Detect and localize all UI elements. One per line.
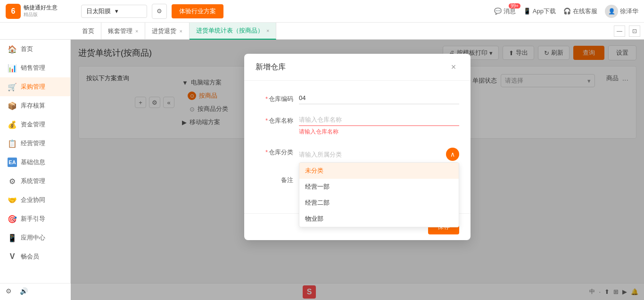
- form-row-category: 仓库分类 ∧ 未分类: [256, 145, 459, 164]
- enterprise-icon: 🤝: [8, 195, 17, 205]
- dropdown-item-dept1[interactable]: 经营一部: [299, 179, 459, 195]
- dialog-close-button[interactable]: ×: [448, 61, 459, 73]
- guide-icon: 🎯: [8, 214, 17, 224]
- header-right: 💬 消息 99+ 📱 App下载 🎧 在线客服 👤 徐泽华: [494, 5, 638, 18]
- main-layout: 🏠 首页 📊 销售管理 🛒 采购管理 📦 库存核算 💰 资金管理 📋 经营管理 …: [0, 40, 644, 300]
- tab-minimize-button[interactable]: —: [614, 25, 625, 37]
- home-icon: 🏠: [8, 44, 17, 54]
- tab-purchase-stat[interactable]: 进货单统计表（按商品） ×: [190, 23, 276, 40]
- sidebar-item-apps[interactable]: 📱 应用中心: [0, 228, 70, 247]
- system-icon: ⚙: [8, 176, 17, 186]
- category-label: 仓库分类: [256, 145, 293, 157]
- tab-close-purchase-stat[interactable]: ×: [266, 28, 269, 33]
- page-content: 进货单统计(按商品) 🖨 按模板打印 ▾ ⬆ 导出 ↻ 刷新 查询 设置: [71, 40, 644, 300]
- operations-icon: 📋: [8, 139, 17, 148]
- category-dropdown: 未分类 经营一部 经营二部 物业部: [299, 162, 459, 227]
- logo-icon: 6: [6, 4, 21, 19]
- gear-icon: ⚙: [157, 8, 162, 15]
- store-selector[interactable]: 日太阳膜 ▾: [81, 5, 147, 18]
- sidebar-item-finance[interactable]: 💰 资金管理: [0, 115, 70, 134]
- sidebar-item-sales[interactable]: 📊 销售管理: [0, 58, 70, 77]
- dialog-header: 新增仓库 ×: [244, 54, 471, 81]
- sidebar-item-home[interactable]: 🏠 首页: [0, 40, 70, 58]
- basic-info-icon: EA: [8, 158, 17, 167]
- sidebar-item-vip[interactable]: V 畅会员: [0, 247, 70, 266]
- category-input[interactable]: [299, 151, 446, 158]
- settings-button[interactable]: ⚙: [152, 4, 167, 19]
- name-error-msg: 请输入仓库名称: [299, 128, 459, 136]
- apps-icon: 📱: [8, 233, 17, 242]
- name-field-wrap: 请输入仓库名称: [299, 114, 459, 136]
- close-icon: ×: [451, 62, 456, 72]
- avatar: 👤: [605, 5, 618, 18]
- name-label: 仓库名称: [256, 114, 293, 125]
- form-row-name: 仓库名称 请输入仓库名称: [256, 114, 459, 136]
- volume-icon[interactable]: 🔊: [20, 287, 29, 297]
- logo-text: 畅捷通好生意: [24, 4, 58, 12]
- tab-close-accounts[interactable]: ×: [135, 28, 138, 34]
- dropdown-item-dept2[interactable]: 经营二部: [299, 195, 459, 211]
- tab-purchase-return[interactable]: 进货退货 ×: [145, 23, 189, 40]
- sidebar-item-operations[interactable]: 📋 经营管理: [0, 134, 70, 153]
- sidebar-item-purchase[interactable]: 🛒 采购管理: [0, 77, 70, 96]
- dropdown-item-unclassified[interactable]: 未分类: [299, 163, 459, 179]
- sidebar-item-inventory[interactable]: 📦 库存核算: [0, 96, 70, 115]
- logo-sub: 精品版: [24, 11, 58, 18]
- new-warehouse-dialog: 新增仓库 × 仓库编码 仓库名称: [244, 54, 471, 240]
- tab-expand-button[interactable]: ⊡: [629, 25, 640, 37]
- dropdown-item-dept3[interactable]: 物业部: [299, 211, 459, 227]
- user-area[interactable]: 👤 徐泽华: [605, 5, 638, 18]
- tab-bar-right: — ⊡: [614, 25, 644, 37]
- logo-area: 6 畅捷通好生意 精品版: [6, 4, 76, 19]
- tab-bar: 首页 账套管理 × 进货退货 × 进货单统计表（按商品） × — ⊡: [0, 23, 644, 40]
- dialog-body: 仓库编码 仓库名称 请输入仓库名称 仓库分类: [244, 81, 471, 213]
- app-download-button[interactable]: 📱 App下载: [523, 7, 556, 16]
- sidebar: 🏠 首页 📊 销售管理 🛒 采购管理 📦 库存核算 💰 资金管理 📋 经营管理 …: [0, 40, 71, 300]
- dialog-title: 新增仓库: [256, 62, 286, 72]
- top-header: 6 畅捷通好生意 精品版 日太阳膜 ▾ ⚙ 体验行业方案 💬 消息 99+ 📱 …: [0, 0, 644, 23]
- sidebar-item-system[interactable]: ⚙ 系统管理: [0, 172, 70, 191]
- sidebar-item-basic-info[interactable]: EA 基础信息: [0, 153, 70, 172]
- purchase-icon: 🛒: [8, 82, 17, 92]
- message-badge: 99+: [509, 3, 520, 8]
- headphone-icon: 🎧: [563, 8, 571, 15]
- category-selector-wrap: ∧ 未分类 经营一部 经营二部: [299, 145, 459, 164]
- bottom-left-icons: ⚙ 🔊: [6, 287, 29, 297]
- modal-overlay: 新增仓库 × 仓库编码 仓库名称: [71, 40, 644, 300]
- form-row-code: 仓库编码: [256, 92, 459, 104]
- finance-icon: 💰: [8, 120, 17, 129]
- message-button[interactable]: 💬 消息 99+: [494, 7, 516, 16]
- sidebar-item-guide[interactable]: 🎯 新手引导: [0, 209, 70, 228]
- tab-accounts[interactable]: 账套管理 ×: [101, 23, 145, 40]
- sidebar-item-enterprise[interactable]: 🤝 企业协同: [0, 191, 70, 209]
- online-service-button[interactable]: 🎧 在线客服: [563, 7, 597, 16]
- tab-close-purchase-return[interactable]: ×: [179, 28, 182, 34]
- sales-icon: 📊: [8, 63, 17, 73]
- vip-icon: V: [8, 252, 17, 261]
- message-icon: 💬: [494, 8, 502, 15]
- trial-button[interactable]: 体验行业方案: [172, 4, 223, 18]
- inventory-icon: 📦: [8, 101, 17, 110]
- category-toggle-button[interactable]: ∧: [446, 148, 459, 161]
- code-input[interactable]: [299, 92, 459, 104]
- name-input[interactable]: [299, 114, 459, 126]
- remarks-label: 备注: [256, 173, 293, 184]
- category-selector[interactable]: ∧: [299, 145, 459, 164]
- code-label: 仓库编码: [256, 92, 293, 103]
- tab-home[interactable]: 首页: [75, 23, 101, 40]
- settings-bottom-icon[interactable]: ⚙: [6, 287, 15, 297]
- app-icon: 📱: [523, 8, 531, 15]
